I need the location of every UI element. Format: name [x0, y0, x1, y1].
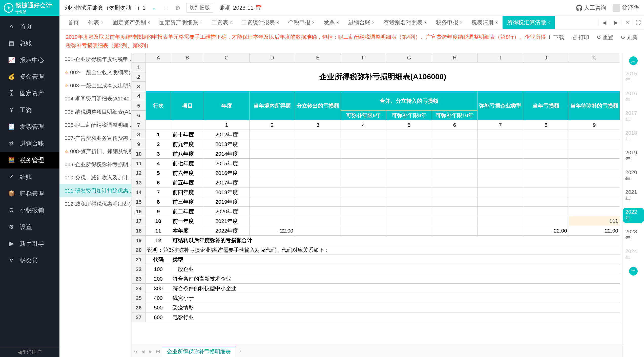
cell[interactable] — [386, 149, 432, 159]
cell[interactable] — [341, 207, 386, 216]
cell[interactable] — [250, 130, 295, 139]
col-header[interactable]: E — [295, 53, 341, 62]
sidebar-item-close-acct[interactable]: ✓结账 — [0, 169, 59, 185]
cell[interactable]: 1 — [146, 130, 171, 139]
cell[interactable]: 6 — [146, 178, 171, 187]
cell[interactable]: 前十年度 — [171, 130, 204, 139]
form-list-item[interactable]: ⚠008-资产折旧、摊销及纳税... — [59, 145, 131, 158]
tab[interactable]: 工资统计报表× — [237, 16, 284, 29]
sidebar-item-tax[interactable]: 🧮税务管理 — [0, 152, 59, 169]
cell[interactable] — [432, 139, 477, 149]
row-header[interactable]: 7 — [132, 120, 146, 130]
col-header[interactable]: D — [250, 53, 295, 62]
cell[interactable]: 100 — [146, 264, 171, 274]
cell[interactable] — [432, 226, 477, 236]
account-dropdown-icon[interactable]: ⌄ — [152, 5, 156, 11]
cell[interactable]: 代码 — [146, 255, 171, 264]
cell[interactable]: 一般企业 — [171, 264, 620, 274]
cell[interactable] — [295, 168, 341, 178]
row-header[interactable]: 25 — [132, 293, 146, 303]
cell[interactable] — [432, 187, 477, 197]
cell[interactable]: 5 — [146, 168, 171, 178]
row-header[interactable]: 6 — [132, 111, 146, 120]
col-header[interactable]: B — [171, 53, 204, 62]
cell[interactable] — [295, 187, 341, 197]
cell[interactable] — [569, 149, 620, 159]
cell[interactable] — [250, 216, 295, 226]
tab[interactable]: 进销台账× — [344, 16, 379, 29]
tab[interactable]: 固定资产明细账× — [155, 16, 207, 29]
form-list-item[interactable]: 005-纳税调整项目明细表(A1... — [59, 105, 131, 118]
reset-button[interactable]: ↺重置 — [597, 34, 613, 41]
cell[interactable]: 6 — [432, 120, 477, 130]
cell[interactable]: 4 — [341, 120, 386, 130]
year-item[interactable]: 2019年 — [623, 149, 644, 164]
tab[interactable]: 个税申报× — [284, 16, 319, 29]
sidebar-item-home[interactable]: ⌂首页 — [0, 18, 59, 35]
cell[interactable] — [341, 168, 386, 178]
cell[interactable]: 2020年度 — [204, 207, 250, 216]
cell[interactable] — [477, 216, 523, 226]
year-item[interactable]: 2023年 — [623, 227, 644, 243]
cell[interactable] — [523, 168, 569, 178]
cell[interactable]: 受疫情影 — [171, 303, 620, 312]
cell[interactable] — [171, 120, 204, 130]
cell[interactable] — [146, 120, 171, 130]
row-header[interactable]: 13 — [132, 178, 146, 187]
row-header[interactable]: 23 — [132, 274, 146, 284]
old-version-button[interactable]: 切到旧版 — [186, 3, 213, 13]
cell[interactable] — [432, 130, 477, 139]
cell[interactable]: 7 — [477, 120, 523, 130]
sheet-scroll[interactable]: ABCDEFGHIJK1企业所得税弥补亏损明细表(A106000)234 行次 … — [132, 53, 622, 346]
row-header[interactable]: 10 — [132, 149, 146, 159]
cell[interactable] — [523, 197, 569, 207]
cell[interactable] — [295, 130, 341, 139]
col-header[interactable]: F — [341, 53, 386, 62]
cell[interactable] — [477, 178, 523, 187]
sheet-tab[interactable]: 企业所得税弥补亏损明细表 — [162, 346, 236, 357]
row-header[interactable]: 5 — [132, 101, 146, 111]
cell[interactable]: 3 — [146, 149, 171, 159]
tab[interactable]: 钊表× — [84, 16, 108, 29]
download-button[interactable]: ⤓下载 — [547, 34, 564, 41]
cell[interactable] — [477, 139, 523, 149]
print-button[interactable]: 🖨打印 — [572, 34, 589, 41]
row-header[interactable]: 21 — [132, 255, 146, 264]
close-icon[interactable]: × — [336, 20, 339, 25]
cell[interactable] — [523, 207, 569, 216]
sheet-more-icon[interactable]: ⋮ — [239, 349, 243, 354]
form-list-item[interactable]: ⚠002-一般企业收入明细表(A1... — [59, 66, 131, 79]
cell[interactable]: 10 — [146, 216, 171, 226]
cell[interactable] — [569, 139, 620, 149]
cell[interactable]: 8 — [523, 120, 569, 130]
cell[interactable]: 2015年度 — [204, 159, 250, 168]
cell[interactable]: 12 — [146, 236, 171, 245]
cell[interactable] — [477, 130, 523, 139]
tab[interactable]: 所得税汇算清缴× — [503, 16, 555, 29]
cell[interactable] — [523, 159, 569, 168]
col-header[interactable]: H — [432, 53, 477, 62]
cell[interactable]: 类型 — [171, 255, 620, 264]
add-icon[interactable]: ＋ — [163, 4, 169, 12]
sidebar-item-settings[interactable]: ⚙设置 — [0, 219, 59, 235]
sidebar-item-fund[interactable]: 💰资金管理 — [0, 68, 59, 85]
sidebar-item-report[interactable]: G小畅报销 — [0, 202, 59, 219]
cell[interactable] — [341, 149, 386, 159]
close-icon[interactable]: × — [460, 20, 463, 25]
cell[interactable]: 可结转以后年度弥补的亏损额合计 — [171, 236, 620, 245]
form-list-item[interactable]: 012-减免所得税优惠明细表(... — [59, 197, 131, 211]
form-list-item[interactable]: 006-职工薪酬纳税调整明细... — [59, 118, 131, 132]
tab[interactable]: 发票× — [319, 16, 344, 29]
cell[interactable] — [432, 149, 477, 159]
cell[interactable]: 本年度 — [171, 226, 204, 236]
year-down-icon[interactable]: ︾ — [629, 267, 638, 276]
cell[interactable] — [477, 197, 523, 207]
cell[interactable] — [386, 159, 432, 168]
cell[interactable]: 2019年度 — [204, 197, 250, 207]
tab[interactable]: 固定资产类别× — [108, 16, 155, 29]
cell[interactable]: -22.00 — [569, 226, 620, 236]
close-icon[interactable]: × — [276, 20, 279, 25]
avatar[interactable] — [613, 4, 620, 12]
col-header[interactable]: A — [146, 53, 171, 62]
row-header[interactable]: 2 — [132, 72, 146, 82]
